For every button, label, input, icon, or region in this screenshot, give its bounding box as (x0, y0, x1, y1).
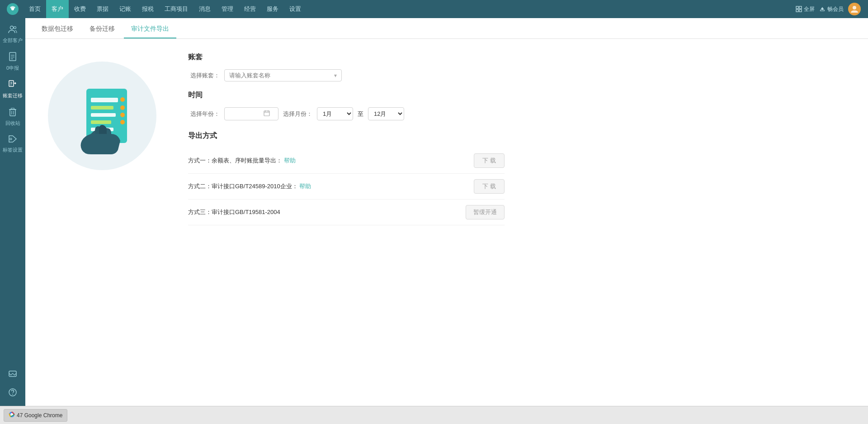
account-input[interactable] (229, 72, 334, 79)
svg-point-32 (120, 105, 125, 110)
to-label: 至 (358, 110, 363, 118)
svg-point-31 (120, 97, 125, 102)
nav-tax[interactable]: 报税 (137, 0, 159, 18)
svg-rect-3 (799, 6, 802, 9)
svg-point-1 (11, 8, 14, 10)
member-btn[interactable]: 畅会员 (819, 5, 844, 13)
user-avatar[interactable] (848, 3, 861, 15)
sidebar-bottom-help[interactable] (1, 384, 24, 400)
label-icon (8, 135, 17, 145)
illustration-circle (48, 62, 156, 170)
svg-point-24 (12, 394, 13, 395)
dropdown-icon: ▾ (334, 72, 337, 79)
method1-download-btn[interactable]: 下 载 (474, 153, 505, 168)
method2-help-link[interactable]: 帮助 (299, 183, 311, 190)
method3-pending-btn[interactable]: 暂缓开通 (466, 205, 505, 219)
sidebar-label-migration: 账套迁移 (3, 92, 23, 99)
top-navigation: 首页 客户 收费 票据 记账 报税 工商项目 消息 管理 经营 服务 设置 全屏 (0, 0, 868, 18)
illustration-area (43, 52, 161, 170)
svg-rect-10 (9, 52, 16, 61)
svg-point-6 (821, 8, 823, 10)
export-section-title: 导出方式 (188, 131, 505, 141)
method2-download-btn[interactable]: 下 载 (474, 179, 505, 194)
svg-point-33 (120, 113, 125, 117)
fullscreen-btn[interactable]: 全屏 (796, 5, 815, 13)
sidebar-label-label-settings: 标签设置 (3, 147, 23, 153)
sidebar-item-declaration[interactable]: 0申报 (1, 48, 24, 75)
svg-rect-22 (9, 371, 16, 376)
svg-point-8 (10, 26, 14, 29)
content-area: 数据包迁移 备份迁移 审计文件导出 (25, 18, 868, 406)
svg-rect-2 (796, 6, 798, 9)
recycle-icon (9, 107, 17, 119)
svg-rect-4 (796, 10, 798, 12)
sidebar: 全部客户 0申报 (0, 18, 25, 406)
method1-help-link[interactable]: 帮助 (284, 157, 296, 164)
account-select-wrap[interactable]: ▾ (224, 69, 342, 81)
app-logo (5, 1, 21, 17)
svg-rect-29 (91, 120, 111, 124)
month-start-select[interactable]: 1月 2月 3月 4月 5月 6月 7月 8月 9月 10月 11月 12月 (317, 107, 353, 120)
time-row: 选择年份： 2023 选择月份： (188, 107, 505, 120)
nav-business[interactable]: 工商项目 (159, 0, 193, 18)
sidebar-bottom-message[interactable] (1, 366, 24, 382)
export-method-2-text: 方式二：审计接口GB/T24589-2010企业： 帮助 (188, 182, 311, 191)
svg-point-7 (853, 6, 856, 10)
export-method-3-row: 方式三：审计接口GB/T19581-2004 暂缓开通 (188, 200, 505, 225)
export-method-1-row: 方式一：余额表、序时账批量导出： 帮助 下 载 (188, 148, 505, 174)
nav-billing[interactable]: 收费 (69, 0, 91, 18)
tab-backup-migration[interactable]: 备份迁移 (82, 20, 122, 38)
account-row: 选择账套： ▾ (188, 69, 505, 81)
nav-manage[interactable]: 管理 (216, 0, 239, 18)
year-input[interactable]: 2023 (229, 110, 261, 117)
svg-point-9 (14, 27, 16, 29)
nav-items: 首页 客户 收费 票据 记账 报税 工商项目 消息 管理 经营 服务 设置 (24, 0, 796, 18)
calendar-icon (264, 110, 270, 118)
migration-icon (8, 80, 17, 91)
svg-rect-28 (91, 113, 116, 117)
time-section-title: 时间 (188, 91, 505, 100)
sidebar-item-label-settings[interactable]: 标签设置 (1, 131, 24, 157)
nav-service[interactable]: 服务 (261, 0, 284, 18)
sub-tabs: 数据包迁移 备份迁移 审计文件导出 (25, 18, 868, 39)
declaration-icon (9, 52, 17, 63)
svg-rect-35 (264, 111, 269, 116)
illustration-svg (57, 66, 147, 166)
sidebar-item-all-customers[interactable]: 全部客户 (1, 22, 24, 48)
account-label: 选择账套： (188, 71, 220, 80)
month-label: 选择月份： (283, 110, 312, 118)
taskbar-label: 47 Google Chrome (17, 412, 62, 419)
svg-point-21 (10, 138, 12, 140)
tab-data-migration[interactable]: 数据包迁移 (34, 20, 80, 38)
main-layout: 全部客户 0申报 (0, 18, 868, 406)
nav-settings[interactable]: 设置 (284, 0, 307, 18)
export-method-1-text: 方式一：余额表、序时账批量导出： 帮助 (188, 157, 296, 165)
chrome-icon (9, 411, 15, 419)
sidebar-item-migration[interactable]: 账套迁移 (1, 76, 24, 103)
tab-audit-export[interactable]: 审计文件导出 (124, 20, 176, 38)
month-end-select[interactable]: 1月 2月 3月 4月 5月 6月 7月 8月 9月 10月 11月 12月 (368, 107, 404, 120)
svg-rect-26 (91, 98, 118, 102)
svg-point-34 (120, 120, 125, 124)
sidebar-label-all-customers: 全部客户 (3, 37, 23, 44)
year-input-wrap[interactable]: 2023 (224, 107, 278, 120)
taskbar: 47 Google Chrome (0, 406, 868, 424)
nav-home[interactable]: 首页 (24, 0, 46, 18)
form-area: 账套 选择账套： ▾ 时间 选择年份： 2023 (188, 52, 505, 225)
nav-message[interactable]: 消息 (193, 0, 216, 18)
customers-icon (8, 25, 17, 36)
year-label: 选择年份： (188, 110, 220, 118)
sidebar-item-recycle[interactable]: 回收站 (1, 104, 24, 130)
sidebar-bottom (1, 366, 24, 406)
export-method-3-text: 方式三：审计接口GB/T19581-2004 (188, 208, 280, 216)
nav-customer[interactable]: 客户 (46, 0, 69, 18)
taskbar-chrome-item[interactable]: 47 Google Chrome (4, 409, 67, 422)
nav-accounting[interactable]: 记账 (114, 0, 137, 18)
export-method-2-row: 方式二：审计接口GB/T24589-2010企业： 帮助 下 载 (188, 174, 505, 200)
nav-invoice[interactable]: 票据 (91, 0, 114, 18)
sidebar-label-declaration: 0申报 (6, 65, 19, 71)
svg-rect-5 (799, 10, 802, 12)
sidebar-label-recycle: 回收站 (5, 120, 20, 127)
account-section-title: 账套 (188, 52, 505, 62)
nav-operation[interactable]: 经营 (239, 0, 261, 18)
